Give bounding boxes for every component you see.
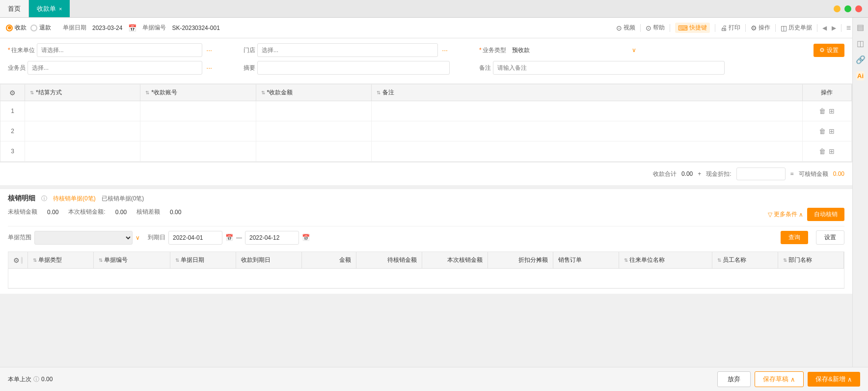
footer-info-icon[interactable]: ⓘ: [33, 375, 39, 384]
range-select[interactable]: [34, 231, 133, 245]
td-amount-1[interactable]: [256, 101, 372, 121]
abandon-button[interactable]: 放弃: [717, 371, 751, 387]
more-conditions-btn[interactable]: ▽ 更多条件 ∧: [768, 210, 803, 219]
range-field: 单据范围 ∨: [8, 231, 140, 245]
due-date-field: 到期日 📅 — 📅: [148, 231, 310, 245]
bth-due: 收款到期日: [236, 252, 302, 268]
writeoff-done-tab[interactable]: 已核销单据(0笔): [102, 195, 144, 203]
staff-input[interactable]: [27, 61, 202, 75]
td-num-1: 1: [0, 101, 25, 121]
writeoff-pending-tab[interactable]: 待核销单据(0笔): [53, 195, 96, 203]
shop-more-icon[interactable]: ···: [440, 46, 450, 54]
partner-more-icon[interactable]: ···: [204, 46, 214, 54]
sidebar-window-icon[interactable]: ◫: [857, 39, 864, 48]
td-account-2[interactable]: [140, 121, 256, 141]
td-amount-2[interactable]: [256, 121, 372, 141]
td-amount-3[interactable]: [256, 141, 372, 161]
calendar-end-icon[interactable]: 📅: [302, 234, 310, 241]
range-chevron[interactable]: ∨: [136, 234, 140, 241]
receipt-label: 收款: [15, 24, 27, 32]
query-button[interactable]: 查询: [781, 231, 808, 244]
td-settlement-3[interactable]: [25, 141, 140, 161]
copy-icon-1[interactable]: ⊞: [829, 107, 835, 115]
operation-icon: ⚙: [751, 24, 757, 32]
footer-label: 本单上次: [8, 375, 31, 384]
calendar-icon[interactable]: 📅: [128, 24, 136, 32]
summary-input[interactable]: [257, 61, 450, 75]
writeoff-stats-row: 未核销金额 0.00 本次核销金额: 0.00 核销差额 0.00 ▽ 更多条件…: [8, 208, 844, 221]
td-settlement-1[interactable]: [25, 101, 140, 121]
unverified-label: 未核销金额: [8, 208, 37, 216]
available-label: 可核销金额: [799, 170, 828, 178]
shortcut-btn[interactable]: ⌨ 快捷键: [675, 23, 710, 33]
more-conditions-label: 更多条件: [774, 210, 797, 219]
due-date-start[interactable]: [168, 231, 222, 245]
help-btn[interactable]: ⊙ 帮助: [646, 24, 665, 32]
td-action-1: 🗑 ⊞: [803, 101, 852, 121]
row-num-3: 3: [11, 148, 14, 155]
tab-active[interactable]: 收款单 ×: [29, 0, 70, 17]
td-note-3[interactable]: [372, 141, 803, 161]
minimize-button[interactable]: [834, 5, 841, 12]
bottom-table: ⚙ ⇅ 单据类型 ⇅ 单据编号 ⇅ 单据日期 收款到期日: [8, 251, 844, 289]
toolbar-right: ⊙ 视频 ⊙ 帮助 ⌨ 快捷键 🖨 打印 ⚙ 操作 ◫ 历史单据 ◀ ▶: [616, 23, 862, 33]
td-note-1[interactable]: [372, 101, 803, 121]
writeoff-settings-button[interactable]: 设置: [816, 230, 844, 245]
select-all-checkbox[interactable]: [21, 257, 23, 264]
receipt-radio[interactable]: 收款: [6, 24, 27, 32]
due-date-end[interactable]: [245, 231, 299, 245]
bottom-table-settings-icon[interactable]: ⚙: [13, 256, 20, 264]
partner-input[interactable]: [37, 43, 203, 57]
receipt-radio-circle: [6, 25, 13, 31]
staff-more-icon[interactable]: ···: [204, 64, 214, 72]
shortcut-label: 快捷键: [689, 24, 707, 32]
help-icon: ⊙: [646, 24, 651, 32]
partner-field: 往来单位 ···: [8, 43, 214, 57]
bottom-table-header: ⚙ ⇅ 单据类型 ⇅ 单据编号 ⇅ 单据日期 收款到期日: [8, 252, 844, 269]
nav-right-icon[interactable]: ▶: [832, 25, 836, 31]
maximize-button[interactable]: [844, 5, 851, 12]
copy-icon-2[interactable]: ⊞: [829, 127, 835, 135]
delete-icon-1[interactable]: 🗑: [819, 107, 826, 115]
list-view-icon[interactable]: ≡: [846, 24, 851, 32]
save-draft-label: 保存草稿: [763, 375, 788, 384]
delete-icon-2[interactable]: 🗑: [819, 127, 826, 135]
td-account-1[interactable]: [140, 101, 256, 121]
save-draft-button[interactable]: 保存草稿 ∧: [755, 371, 804, 387]
td-settlement-2[interactable]: [25, 121, 140, 141]
table-settings-icon[interactable]: ⚙: [9, 89, 16, 97]
history-btn[interactable]: ◫ 历史单据: [781, 24, 812, 32]
writeoff-info-icon[interactable]: ⓘ: [41, 195, 47, 203]
sidebar-ai-icon[interactable]: Ai: [856, 71, 865, 81]
td-note-2[interactable]: [372, 121, 803, 141]
settings-button[interactable]: ⚙ 设置: [814, 44, 844, 57]
delete-icon-3[interactable]: 🗑: [819, 147, 826, 155]
video-btn[interactable]: ⊙ 视频: [616, 24, 635, 32]
bth-dept: ⇅ 部门名称: [778, 252, 844, 268]
td-account-3[interactable]: [140, 141, 256, 161]
sidebar-table-icon[interactable]: ▤: [857, 23, 864, 32]
shop-input[interactable]: [257, 43, 438, 57]
tab-home[interactable]: 首页: [0, 0, 29, 17]
bth-dept-label: 部门名称: [788, 256, 812, 264]
discount-input[interactable]: [736, 168, 786, 180]
tab-close-icon[interactable]: ×: [59, 6, 62, 12]
th-gear[interactable]: ⚙: [0, 84, 25, 101]
save-new-button[interactable]: 保存&新增 ∧: [808, 372, 860, 387]
operation-btn[interactable]: ⚙ 操作: [751, 24, 770, 32]
copy-icon-3[interactable]: ⊞: [829, 147, 835, 155]
refund-radio[interactable]: 退款: [30, 24, 51, 32]
sidebar-attach-icon[interactable]: 🔗: [856, 55, 866, 64]
calendar-start-icon[interactable]: 📅: [225, 234, 233, 241]
close-button[interactable]: [855, 5, 862, 12]
note-input[interactable]: [493, 61, 725, 75]
form-row-1: 往来单位 ··· 门店 ··· 业务类型 预收款 ∨ ⚙ 设置: [8, 43, 844, 57]
nav-left-icon[interactable]: ◀: [822, 25, 827, 31]
receipt-table: ⚙ ⇅ *结算方式 ⇅ *收款账号 ⇅ *收款金额 ⇅ 备注 操作: [0, 84, 852, 162]
print-btn[interactable]: 🖨 打印: [720, 24, 740, 32]
auto-writeoff-button[interactable]: 自动核销: [807, 208, 844, 221]
operation-label: 操作: [759, 24, 770, 32]
biz-type-chevron[interactable]: ∨: [632, 47, 636, 54]
due-date-label: 到期日: [148, 233, 165, 242]
th-settlement-label: *结算方式: [36, 88, 62, 97]
